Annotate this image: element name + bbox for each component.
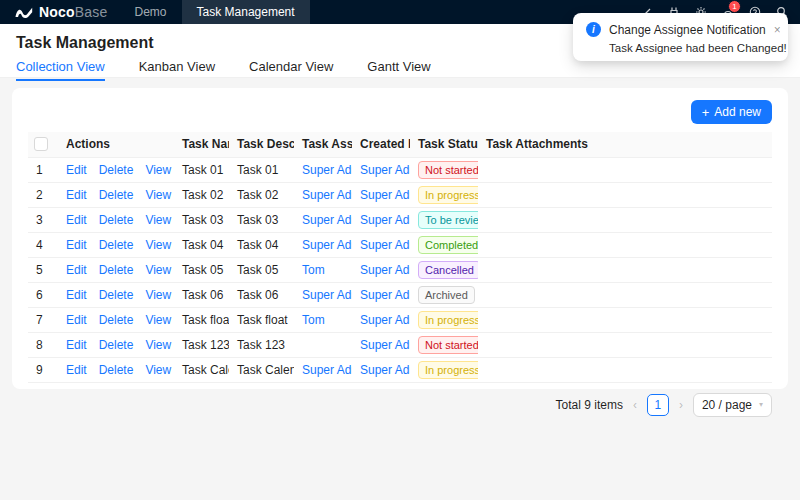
assignee-link[interactable]: Super Admin bbox=[302, 163, 352, 177]
delete-link[interactable]: Delete bbox=[99, 263, 134, 277]
view-link[interactable]: View bbox=[145, 213, 171, 227]
view-link[interactable]: View bbox=[145, 288, 171, 302]
view-link[interactable]: View bbox=[145, 238, 171, 252]
edit-link[interactable]: Edit bbox=[66, 188, 87, 202]
page-size-select[interactable]: 20 / page ▾ bbox=[693, 393, 772, 417]
created-by-link[interactable]: Super Admin bbox=[360, 213, 410, 227]
nocobase-logo[interactable]: NocoBase bbox=[0, 4, 120, 20]
task-status-cell: Completed bbox=[410, 232, 478, 257]
task-assignee-cell: Tom bbox=[294, 257, 352, 282]
task-name-cell: Task 03 bbox=[174, 207, 229, 232]
assignee-link[interactable]: Super Admin bbox=[302, 213, 352, 227]
table-header-row: Actions Task Name Task Description Task … bbox=[28, 132, 772, 157]
edit-link[interactable]: Edit bbox=[66, 238, 87, 252]
tab-collection-view[interactable]: Collection View bbox=[16, 59, 105, 81]
task-assignee-cell: Super Admin bbox=[294, 207, 352, 232]
assignee-link[interactable]: Super Admin bbox=[302, 288, 352, 302]
task-description-cell: Task 123 bbox=[229, 332, 294, 357]
created-by-link[interactable]: Super Admin bbox=[360, 288, 410, 302]
tab-calendar-view[interactable]: Calendar View bbox=[249, 59, 333, 81]
row-index: 9 bbox=[28, 357, 58, 382]
row-index: 1 bbox=[28, 157, 58, 182]
row-actions-cell: EditDeleteView bbox=[58, 332, 174, 357]
task-description-cell: Task 04 bbox=[229, 232, 294, 257]
toast-close-icon[interactable]: × bbox=[774, 24, 781, 36]
edit-link[interactable]: Edit bbox=[66, 288, 87, 302]
created-by-cell: Super Admin bbox=[352, 182, 410, 207]
row-actions-cell: EditDeleteView bbox=[58, 282, 174, 307]
status-badge: In progress bbox=[418, 361, 478, 379]
task-assignee-cell: Super Admin bbox=[294, 157, 352, 182]
row-index: 4 bbox=[28, 232, 58, 257]
delete-link[interactable]: Delete bbox=[99, 338, 134, 352]
created-by-link[interactable]: Super Admin bbox=[360, 263, 410, 277]
nav-item-task-management[interactable]: Task Management bbox=[182, 0, 310, 24]
delete-link[interactable]: Delete bbox=[99, 363, 134, 377]
row-actions-cell: EditDeleteView bbox=[58, 307, 174, 332]
created-by-cell: Super Admin bbox=[352, 207, 410, 232]
edit-link[interactable]: Edit bbox=[66, 363, 87, 377]
task-attachments-cell bbox=[478, 182, 772, 207]
table-row: 8EditDeleteViewTask 123Task 123Super Adm… bbox=[28, 332, 772, 357]
edit-link[interactable]: Edit bbox=[66, 313, 87, 327]
nav-item-demo[interactable]: Demo bbox=[120, 0, 182, 24]
created-by-link[interactable]: Super Admin bbox=[360, 238, 410, 252]
pagination-page-1[interactable]: 1 bbox=[647, 394, 669, 416]
column-header-created-by: Created by bbox=[352, 132, 410, 157]
tab-gantt-view[interactable]: Gantt View bbox=[367, 59, 430, 81]
created-by-link[interactable]: Super Admin bbox=[360, 338, 410, 352]
task-status-cell: Not started bbox=[410, 157, 478, 182]
pagination-prev-button[interactable]: ‹ bbox=[631, 398, 639, 412]
assignee-link[interactable]: Tom bbox=[302, 313, 325, 327]
tab-kanban-view[interactable]: Kanban View bbox=[139, 59, 215, 81]
task-assignee-cell: Super Admin bbox=[294, 282, 352, 307]
select-all-checkbox[interactable] bbox=[34, 137, 48, 151]
task-name-cell: Task float bbox=[174, 307, 229, 332]
view-link[interactable]: View bbox=[145, 338, 171, 352]
column-header-task-status: Task Status bbox=[410, 132, 478, 157]
task-description-cell: Task float bbox=[229, 307, 294, 332]
assignee-link[interactable]: Super Admin bbox=[302, 188, 352, 202]
delete-link[interactable]: Delete bbox=[99, 313, 134, 327]
created-by-link[interactable]: Super Admin bbox=[360, 313, 410, 327]
view-link[interactable]: View bbox=[145, 263, 171, 277]
pagination-next-button[interactable]: › bbox=[677, 398, 685, 412]
status-badge: Not started bbox=[418, 161, 478, 179]
add-new-button[interactable]: + Add new bbox=[691, 100, 772, 124]
created-by-link[interactable]: Super Admin bbox=[360, 363, 410, 377]
view-link[interactable]: View bbox=[145, 313, 171, 327]
created-by-link[interactable]: Super Admin bbox=[360, 163, 410, 177]
created-by-cell: Super Admin bbox=[352, 332, 410, 357]
task-assignee-cell: Super Admin bbox=[294, 232, 352, 257]
edit-link[interactable]: Edit bbox=[66, 263, 87, 277]
edit-link[interactable]: Edit bbox=[66, 213, 87, 227]
table-row: 9EditDeleteViewTask CalendarTask Calenda… bbox=[28, 357, 772, 382]
table-body: 1EditDeleteViewTask 01Task 01Super Admin… bbox=[28, 157, 772, 382]
edit-link[interactable]: Edit bbox=[66, 338, 87, 352]
assignee-link[interactable]: Tom bbox=[302, 263, 325, 277]
assignee-link[interactable]: Super Admin bbox=[302, 238, 352, 252]
row-index: 2 bbox=[28, 182, 58, 207]
assignee-link[interactable]: Super Admin bbox=[302, 363, 352, 377]
row-index: 6 bbox=[28, 282, 58, 307]
delete-link[interactable]: Delete bbox=[99, 213, 134, 227]
view-link[interactable]: View bbox=[145, 188, 171, 202]
table-row: 5EditDeleteViewTask 05Task 05TomSuper Ad… bbox=[28, 257, 772, 282]
logo-text: NocoBase bbox=[39, 4, 108, 20]
view-link[interactable]: View bbox=[145, 163, 171, 177]
delete-link[interactable]: Delete bbox=[99, 163, 134, 177]
task-description-cell: Task 05 bbox=[229, 257, 294, 282]
row-index: 8 bbox=[28, 332, 58, 357]
pagination: Total 9 items ‹ 1 › 20 / page ▾ bbox=[28, 393, 772, 417]
edit-link[interactable]: Edit bbox=[66, 163, 87, 177]
delete-link[interactable]: Delete bbox=[99, 288, 134, 302]
status-badge: In progress bbox=[418, 311, 478, 329]
created-by-link[interactable]: Super Admin bbox=[360, 188, 410, 202]
task-name-cell: Task 04 bbox=[174, 232, 229, 257]
task-assignee-cell: Tom bbox=[294, 307, 352, 332]
created-by-cell: Super Admin bbox=[352, 307, 410, 332]
delete-link[interactable]: Delete bbox=[99, 238, 134, 252]
task-description-cell: Task 02 bbox=[229, 182, 294, 207]
view-link[interactable]: View bbox=[145, 363, 171, 377]
delete-link[interactable]: Delete bbox=[99, 188, 134, 202]
